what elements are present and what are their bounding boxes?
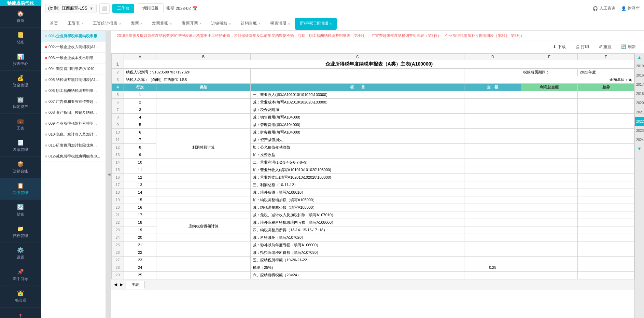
headset-icon: 🎧 — [593, 6, 598, 11]
tab-tax-calc-close[interactable]: × — [330, 22, 332, 26]
capital-icon: 💰 — [17, 75, 24, 81]
guide-icon: 📌 — [17, 268, 24, 275]
tab-invoice-calc[interactable]: 发票算账 × — [147, 18, 177, 30]
year-item-2017[interactable]: 2017 — [635, 80, 644, 89]
switch-version-button[interactable]: 切到旧版 — [137, 3, 164, 13]
tab-purchase-account[interactable]: 进销台账 × — [236, 18, 265, 30]
sidebar-label-assets: 固定资产 — [13, 104, 28, 109]
tab-invoice[interactable]: 发票 × — [126, 18, 147, 30]
tab-invoice-open-close[interactable]: × — [199, 22, 201, 26]
next-sheet-button[interactable]: ▶ — [120, 282, 123, 287]
purchase-icon: 📦 — [17, 161, 24, 167]
year-item-2023[interactable]: 2023 — [635, 126, 644, 135]
left-panel-item-008[interactable]: 008-资产折旧、摊销及纳税... — [41, 107, 106, 118]
company-label-cell: 纳税人名称：（勿删）江西服宝-LSS — [124, 76, 251, 83]
left-panel-label-002: 002-一般企业收入明细表(A1... — [48, 44, 99, 50]
sheet-area: A B C D E F — [111, 53, 644, 318]
left-panel-item-009[interactable]: 009-企业所得税附补亏损明... — [41, 118, 106, 129]
col-header-c: C — [250, 53, 464, 60]
tab-tax-clear-close[interactable]: × — [288, 22, 290, 26]
tab-salary[interactable]: 工资表 × — [63, 18, 88, 30]
company-selector[interactable]: (勿删）江西服宝-LSS ▼ — [45, 4, 97, 13]
year-item-2024[interactable]: 2024 — [635, 135, 644, 144]
status-dot-007 — [45, 101, 47, 103]
sidebar-item-settlement[interactable]: 🔄 结账 — [0, 200, 41, 221]
sidebar-pin-toggle[interactable]: 📍 取消固定 — [0, 311, 41, 318]
sidebar-item-home[interactable]: 🏠 首页 — [0, 6, 41, 28]
sheet-tab-main[interactable]: 主表 — [126, 281, 145, 289]
left-panel-label-006: 006-职工薪酬纳税调整明细... — [48, 88, 97, 93]
left-panel-item-001[interactable]: 001-企业所得税年度纳税申报... — [41, 31, 106, 42]
sidebar-item-ledger[interactable]: 📒 总账 — [0, 28, 41, 49]
user-profile[interactable]: 👤 徐泽华 — [621, 5, 640, 11]
tab-salary-stats[interactable]: 工资统计报表 × — [88, 18, 126, 30]
refresh-button[interactable]: 🔄 刷新 — [618, 43, 639, 51]
app-logo: 畅捷通易代账 — [0, 0, 41, 6]
left-panel-item-011[interactable]: 011-研发费用加计扣除优惠... — [41, 140, 106, 151]
left-panel-item-006[interactable]: 006-职工薪酬纳税调整明细... — [41, 85, 106, 96]
left-panel-item-002[interactable]: 002-一般企业收入明细表(A1... — [41, 42, 106, 53]
left-panel-item-003[interactable]: 003-一般企业成本支出明细... — [41, 53, 106, 64]
year-item-2018[interactable]: 2018 — [635, 89, 644, 98]
sidebar-item-archive[interactable]: 📁 归档管理 — [0, 221, 41, 243]
year-item-2020[interactable]: 2020 — [635, 98, 644, 108]
tab-salary-label: 工资表 — [68, 20, 80, 26]
company-name: (勿删）江西服宝-LSS — [48, 5, 87, 11]
tab-invoice-calc-close[interactable]: × — [170, 22, 172, 26]
year-item-2022[interactable]: 2022 — [635, 117, 644, 126]
tab-salary-close[interactable]: × — [81, 22, 83, 26]
tab-purchase-ledger[interactable]: 进销稽核 × — [206, 18, 236, 30]
reset-button[interactable]: ↺ 重置 — [596, 43, 614, 51]
refresh-icon: 🔄 — [621, 44, 626, 49]
sidebar-item-purchase[interactable]: 📦 进销台账 — [0, 157, 41, 178]
tab-invoice-close[interactable]: × — [140, 22, 142, 26]
download-icon: ⬇ — [553, 44, 556, 49]
sidebar-item-member[interactable]: 👑 畅会员 — [0, 286, 41, 307]
left-panel-item-010[interactable]: 010-免税、减计收入及加计... — [41, 129, 106, 140]
collapse-panel-button[interactable]: ◀ — [106, 31, 111, 318]
table-row: 18 14 减：境外所得（填写A108010） — [112, 189, 634, 196]
table-row-taxid: 2 纳税人识别号：91320500703719732P 税款所属期间： 2022… — [112, 68, 634, 76]
download-button[interactable]: ⬇ 下载 — [550, 43, 569, 51]
tab-purchase-ledger-close[interactable]: × — [229, 22, 231, 26]
calendar-icon[interactable]: 📅 — [192, 6, 197, 11]
period-value: 2023-02 — [176, 6, 191, 11]
workstation-button[interactable]: 工作台 — [112, 4, 134, 13]
left-panel-item-004[interactable]: 004-期间费用明细表(A1040... — [41, 64, 106, 74]
sidebar-item-guide[interactable]: 📌 新手引导 — [0, 264, 41, 286]
tab-invoice-open[interactable]: 发票开票 × — [177, 18, 206, 30]
sidebar-item-assets[interactable]: 🏢 固定资产 — [0, 92, 41, 114]
col-header-b: B — [156, 53, 251, 60]
year-item-2016[interactable]: 2016 — [635, 71, 644, 80]
sidebar-item-settings[interactable]: ⚙️ 设置 — [0, 243, 41, 264]
sidebar-item-report[interactable]: 📊 报表中心 — [0, 49, 41, 71]
year-up-arrow[interactable]: ▲ — [636, 53, 643, 61]
prev-sheet-button[interactable]: ◀ — [114, 282, 117, 287]
sidebar-item-invoice[interactable]: 🧾 发票管理 — [0, 135, 41, 157]
tab-salary-stats-close[interactable]: × — [119, 22, 121, 26]
left-panel-item-012[interactable]: 012-减免所得税优惠明细表(0... — [41, 151, 106, 162]
sidebar-item-salary[interactable]: 💼 工资 — [0, 114, 41, 135]
ai-consult[interactable]: 🎧 人工咨询 — [593, 5, 616, 11]
print-button[interactable]: 🖨 打印 — [573, 43, 592, 51]
tab-tax-calc[interactable]: 所得税汇算清缴 × — [295, 18, 337, 30]
year-item-2021[interactable]: 2021 — [635, 108, 644, 117]
tab-home[interactable]: 首页 — [45, 18, 63, 30]
chevron-down-icon: ▼ — [89, 6, 94, 11]
copy-button[interactable]: ⬜ — [99, 3, 110, 14]
sidebar-item-tax[interactable]: 📋 税务管理 — [0, 178, 41, 200]
left-panel-item-007[interactable]: 007-广告费和业务宣传费超... — [41, 96, 106, 107]
report-icon: 📊 — [17, 53, 24, 60]
tab-invoice-calc-label: 发票算账 — [152, 20, 168, 26]
col-header-f: F — [578, 53, 634, 60]
sidebar-label-tax: 税务管理 — [13, 190, 28, 195]
year-item-2019[interactable]: 2019 — [635, 61, 644, 71]
spreadsheet[interactable]: A B C D E F — [111, 53, 634, 318]
tab-purchase-account-close[interactable]: × — [258, 22, 261, 26]
table-row: 22 18 应纳税所得额计算 减：境外应税所得抵减境内亏损（填写A108000） — [112, 219, 634, 226]
tab-tax-clear[interactable]: 税表清册 × — [265, 18, 295, 30]
archive-icon: 📁 — [17, 225, 24, 232]
left-panel-item-005[interactable]: 005-纳税调整项目明细表(A1... — [41, 74, 106, 85]
year-down-arrow[interactable]: ▼ — [636, 144, 643, 153]
sidebar-item-capital[interactable]: 💰 资金管理 — [0, 71, 41, 92]
